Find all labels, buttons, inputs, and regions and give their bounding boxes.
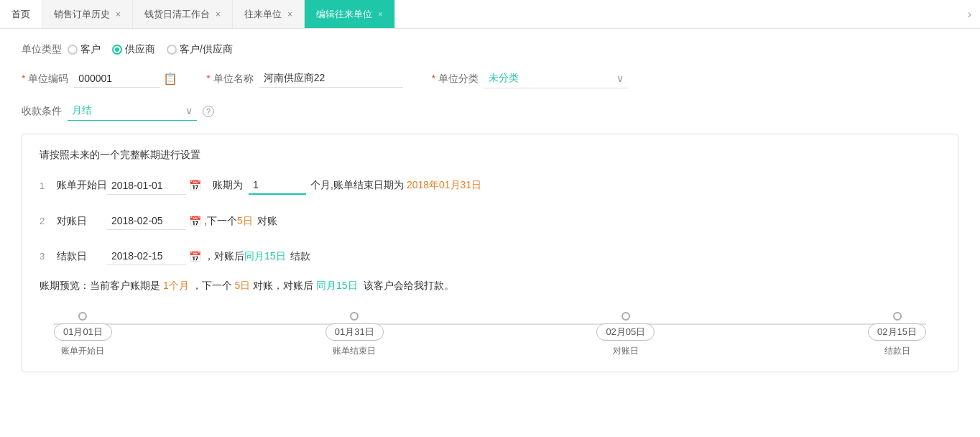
row-1-calendar-icon[interactable]: 📅 <box>189 180 201 191</box>
timeline-node-2: 02月05日 对账日 <box>596 312 655 357</box>
radio-both-circle <box>167 45 177 55</box>
tab-partner-label: 往来单位 <box>244 8 282 21</box>
radio-supplier-label: 供应商 <box>125 43 155 56</box>
radio-customer-label: 客户 <box>80 43 101 56</box>
radio-supplier[interactable]: 供应商 <box>112 43 155 56</box>
timeline-nodes: 01月01日 账单开始日 01月31日 账单结束日 02月05日 对账日 02月… <box>54 312 926 357</box>
row-2-date-input[interactable] <box>107 212 186 230</box>
timeline-badge-2: 02月05日 <box>596 323 655 341</box>
timeline-badge-1: 01月31日 <box>325 323 384 341</box>
timeline-node-1: 01月31日 账单结束日 <box>325 312 384 357</box>
row-2-calendar-icon[interactable]: 📅 <box>189 216 201 227</box>
category-label: 单位分类 <box>432 73 479 86</box>
preview-part1: 1个月 <box>163 280 189 291</box>
unit-type-label: 单位类型 <box>22 43 62 56</box>
row-1-period-input[interactable] <box>249 176 306 195</box>
row-3-desc-prefix: ，对账后 <box>204 250 244 263</box>
category-dropdown-arrow: ∨ <box>616 73 624 84</box>
tab-edit-partner-close[interactable]: × <box>378 9 383 19</box>
code-name-category-row: 单位编码 📋 单位名称 单位分类 未分类 ∨ <box>22 69 958 88</box>
name-input[interactable] <box>259 70 403 88</box>
tab-partner[interactable]: 往来单位 × <box>233 0 305 28</box>
section-title: 请按照未来的一个完整帐期进行设置 <box>40 149 940 162</box>
tab-cash-work[interactable]: 钱货日清工作台 × <box>133 0 233 28</box>
row-1-num: 1 <box>40 180 57 191</box>
preview-suffix: 该客户会给我打款。 <box>364 280 454 291</box>
row-2-desc-prefix: ,下一个 <box>204 215 237 228</box>
preview-text: 账期预览：当前客户账期是 1个月 ，下一个 5日 对账，对账后 同月15日 该客… <box>40 277 940 295</box>
payment-value: 月结 <box>72 104 180 117</box>
tab-bar: 首页 销售订单历史 × 钱货日清工作台 × 往来单位 × 编辑往来单位 × › <box>0 0 980 29</box>
radio-customer-circle <box>68 45 78 55</box>
code-field-group: 单位编码 📋 <box>22 70 177 88</box>
radio-both-label: 客户/供应商 <box>180 43 233 56</box>
tab-home[interactable]: 首页 <box>0 0 42 28</box>
timeline-dot-2 <box>621 312 630 321</box>
category-value: 未分类 <box>489 72 611 85</box>
tab-cash-work-close[interactable]: × <box>216 9 221 19</box>
timeline-badge-3: 02月15日 <box>868 323 926 341</box>
tab-home-label: 首页 <box>11 8 30 21</box>
code-label: 单位编码 <box>22 73 68 86</box>
timeline-dot-3 <box>893 312 902 321</box>
radio-both[interactable]: 客户/供应商 <box>167 43 233 56</box>
timeline-dot-1 <box>350 312 359 321</box>
row-1-period-end: 2018年01月31日 <box>407 179 481 192</box>
category-field-group: 单位分类 未分类 ∨ <box>432 69 628 88</box>
radio-customer[interactable]: 客户 <box>68 43 101 56</box>
row-1-label: 账单开始日 <box>57 179 107 192</box>
row-3-label: 结款日 <box>57 250 107 263</box>
row-1-date-input[interactable] <box>107 177 186 195</box>
unit-type-row: 单位类型 客户 供应商 客户/供应商 <box>22 43 958 56</box>
timeline-node-0: 01月01日 账单开始日 <box>54 312 112 357</box>
tab-sales-order-close[interactable]: × <box>116 9 121 19</box>
row-3-num: 3 <box>40 251 57 262</box>
tab-more-button[interactable]: › <box>959 8 980 21</box>
code-calendar-icon[interactable]: 📋 <box>163 72 177 86</box>
row-2-desc-highlight: 5日 <box>237 215 253 228</box>
radio-supplier-circle <box>112 45 122 55</box>
category-select[interactable]: 未分类 ∨ <box>484 69 628 88</box>
timeline-node-3: 02月15日 结款日 <box>868 312 926 357</box>
setting-row-2: 2 对账日 📅 ,下一个 5日 对账 <box>40 212 940 230</box>
row-3-desc-highlight: 同月15日 <box>244 250 286 263</box>
timeline-label-3: 结款日 <box>884 345 910 357</box>
name-field-group: 单位名称 <box>206 70 402 88</box>
payment-row: 收款条件 月结 ∨ ? <box>22 101 958 121</box>
row-3-date-input[interactable] <box>107 247 186 265</box>
tab-sales-order-label: 销售订单历史 <box>54 8 110 21</box>
tab-cash-work-label: 钱货日清工作台 <box>144 8 210 21</box>
row-3-calendar-icon[interactable]: 📅 <box>189 251 201 262</box>
row-2-num: 2 <box>40 216 57 226</box>
row-1-period-unit: 个月,账单结束日期为 <box>310 179 404 192</box>
unit-type-radio-group: 客户 供应商 客户/供应商 <box>68 43 233 56</box>
tab-partner-close[interactable]: × <box>287 9 292 19</box>
tab-edit-partner[interactable]: 编辑往来单位 × <box>305 0 395 28</box>
row-1-period-label: 账期为 <box>213 179 243 192</box>
preview-part2: 5日 <box>234 280 250 291</box>
payment-select[interactable]: 月结 ∨ <box>68 101 197 121</box>
timeline-label-2: 对账日 <box>613 345 639 357</box>
row-2-label: 对账日 <box>57 215 107 228</box>
timeline-dot-0 <box>78 312 87 321</box>
tab-sales-order[interactable]: 销售订单历史 × <box>42 0 133 28</box>
setting-row-1: 1 账单开始日 📅 账期为 个月,账单结束日期为 2018年01月31日 <box>40 176 940 195</box>
preview-part3: 同月15日 <box>316 280 358 291</box>
row-3-desc-suffix: 结款 <box>290 250 310 263</box>
setting-row-3: 3 结款日 📅 ，对账后 同月15日 结款 <box>40 247 940 265</box>
settings-section: 请按照未来的一个完整帐期进行设置 1 账单开始日 📅 账期为 个月,账单结束日期… <box>22 134 958 372</box>
preview-sep2: 对账，对账后 <box>253 280 313 291</box>
payment-dropdown-arrow: ∨ <box>185 105 193 116</box>
timeline-label-0: 账单开始日 <box>61 345 104 357</box>
timeline-label-1: 账单结束日 <box>333 345 376 357</box>
timeline: 01月01日 账单开始日 01月31日 账单结束日 02月05日 对账日 02月… <box>40 312 940 357</box>
payment-help-icon[interactable]: ? <box>203 106 214 117</box>
code-input[interactable] <box>74 70 160 88</box>
preview-prefix: 账期预览：当前客户账期是 <box>40 280 160 291</box>
tab-edit-partner-label: 编辑往来单位 <box>316 8 372 21</box>
timeline-badge-0: 01月01日 <box>54 323 112 341</box>
row-2-desc-suffix: 对账 <box>257 215 277 228</box>
main-content: 单位类型 客户 供应商 客户/供应商 单位编码 📋 单位名称 <box>0 29 980 437</box>
name-label: 单位名称 <box>206 73 253 86</box>
preview-sep1: ，下一个 <box>192 280 232 291</box>
